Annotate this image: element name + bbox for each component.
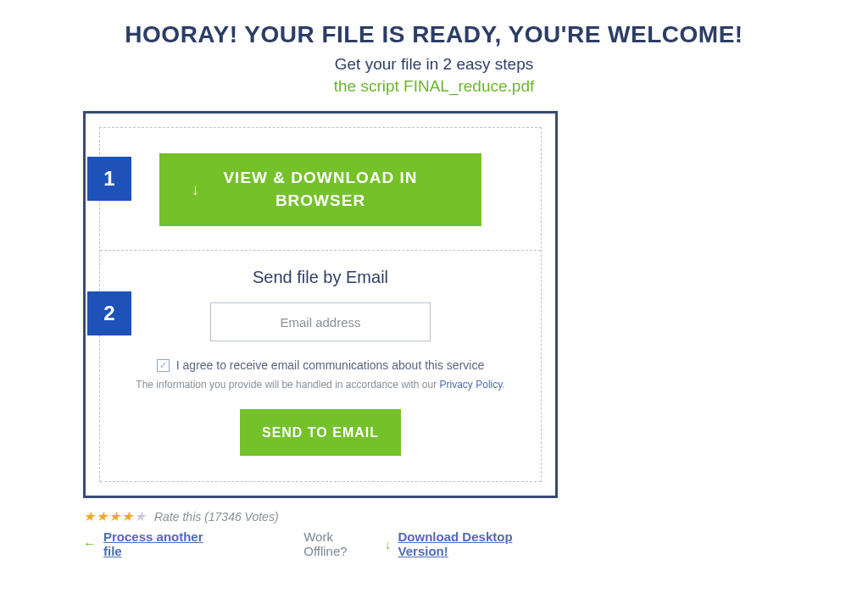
rating-stars[interactable]: ★ ★ ★ ★ ★ xyxy=(83,508,146,524)
send-email-button[interactable]: SEND TO EMAIL xyxy=(240,409,401,456)
agree-label: I agree to receive email communications … xyxy=(176,358,484,372)
download-desktop-link[interactable]: Download Desktop Version! xyxy=(398,529,558,558)
arrow-left-icon: ← xyxy=(83,536,97,551)
privacy-text: The information you provide will be hand… xyxy=(117,379,524,391)
steps-box: 1 ↓ VIEW & DOWNLOAD IN BROWSER 2 Send fi… xyxy=(83,111,558,498)
download-arrow-icon: ↓ xyxy=(192,181,200,199)
arrow-down-icon: ↓ xyxy=(385,537,392,551)
filename-label: the script FINAL_reduce.pdf xyxy=(0,77,868,96)
process-another-file-link[interactable]: Process another file xyxy=(103,529,219,558)
rate-label: Rate this (17346 Votes) xyxy=(154,510,279,524)
email-heading: Send file by Email xyxy=(117,268,524,287)
star-icon: ★ xyxy=(96,508,108,524)
step-1: 1 ↓ VIEW & DOWNLOAD IN BROWSER xyxy=(100,128,541,251)
step-1-number: 1 xyxy=(87,157,131,201)
view-download-button[interactable]: ↓ VIEW & DOWNLOAD IN BROWSER xyxy=(159,153,481,226)
star-icon: ★ xyxy=(121,508,133,524)
offline-label: Work Offline? xyxy=(303,529,376,558)
agree-checkbox[interactable]: ✓ xyxy=(157,359,170,372)
download-button-label: VIEW & DOWNLOAD IN BROWSER xyxy=(219,167,422,212)
email-field[interactable] xyxy=(210,302,431,341)
step-2-number: 2 xyxy=(87,291,131,335)
star-icon: ★ xyxy=(108,508,120,524)
footer: ★ ★ ★ ★ ★ Rate this (17346 Votes) ← Proc… xyxy=(83,508,558,558)
star-empty-icon: ★ xyxy=(134,508,146,524)
privacy-policy-link[interactable]: Privacy Policy xyxy=(440,379,503,391)
page-subtitle: Get your file in 2 easy steps xyxy=(0,55,868,74)
step-2: 2 Send file by Email ✓ I agree to receiv… xyxy=(100,251,541,482)
star-icon: ★ xyxy=(83,508,95,524)
page-title: HOORAY! YOUR FILE IS READY, YOU'RE WELCO… xyxy=(0,21,868,48)
